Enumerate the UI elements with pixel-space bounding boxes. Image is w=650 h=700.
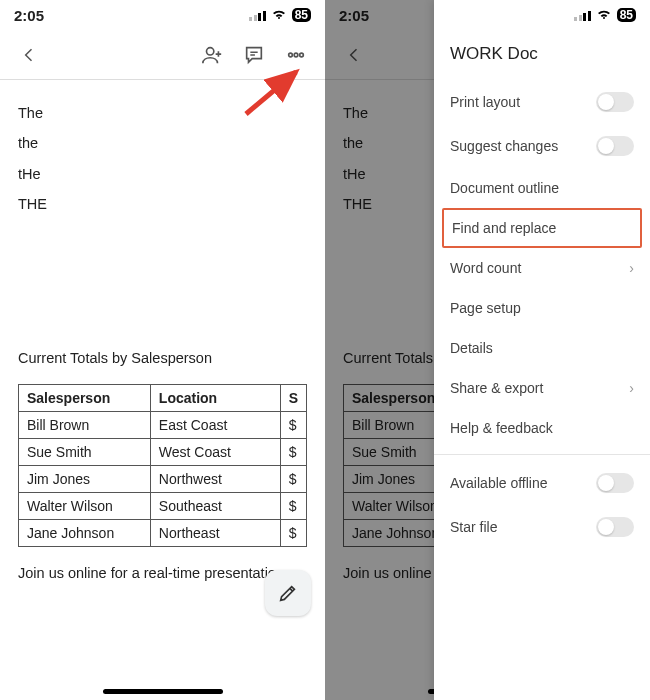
menu-item-suggest-changes[interactable]: Suggest changes [434, 124, 650, 168]
menu-item-label: Page setup [450, 300, 521, 316]
menu-item-help-feedback[interactable]: Help & feedback [434, 408, 650, 448]
text-line: The [18, 98, 307, 128]
footer-text: Join us online for a real-time presentat… [18, 565, 307, 581]
svg-point-1 [289, 53, 293, 57]
clock: 2:05 [14, 7, 44, 24]
battery-icon: 85 [617, 8, 636, 22]
menu-divider [434, 454, 650, 455]
svg-point-3 [300, 53, 304, 57]
chevron-right-icon: › [629, 260, 634, 276]
table-row: Sue SmithWest Coast$ [19, 438, 307, 465]
menu-item-share-export[interactable]: Share & export› [434, 368, 650, 408]
menu-item-label: Print layout [450, 94, 520, 110]
col-header: Location [150, 384, 280, 411]
col-header: S [280, 384, 306, 411]
col-header: Salesperson [19, 384, 151, 411]
comments-button[interactable] [235, 36, 273, 74]
section-title: Current Totals by Salesperson [18, 350, 307, 366]
menu-item-label: Star file [450, 519, 497, 535]
text-line: tHe [18, 159, 307, 189]
table-row: Walter WilsonSoutheast$ [19, 492, 307, 519]
overflow-menu: 85 WORK Doc Print layoutSuggest changesD… [434, 0, 650, 700]
app-screen: 2:05 85 The the tHe THE [0, 0, 325, 700]
menu-item-find-and-replace[interactable]: Find and replace [442, 208, 642, 248]
menu-item-label: Suggest changes [450, 138, 558, 154]
menu-item-details[interactable]: Details [434, 328, 650, 368]
more-button[interactable] [277, 36, 315, 74]
table-row: Bill BrownEast Coast$ [19, 411, 307, 438]
table-header-row: Salesperson Location S [19, 384, 307, 411]
text-line: THE [18, 189, 307, 219]
menu-items: Print layoutSuggest changesDocument outl… [434, 80, 650, 549]
status-bar: 2:05 85 [0, 0, 325, 30]
menu-item-label: Help & feedback [450, 420, 553, 436]
toggle-switch[interactable] [596, 473, 634, 493]
toggle-switch[interactable] [596, 92, 634, 112]
table-row: Jane JohnsonNortheast$ [19, 519, 307, 546]
menu-item-available-offline[interactable]: Available offline [434, 461, 650, 505]
toggle-switch[interactable] [596, 136, 634, 156]
pencil-icon [277, 582, 299, 604]
text-line: the [18, 128, 307, 158]
menu-item-label: Word count [450, 260, 521, 276]
menu-item-label: Find and replace [452, 220, 556, 236]
menu-item-star-file[interactable]: Star file [434, 505, 650, 549]
wifi-icon [271, 9, 287, 21]
back-button[interactable] [10, 36, 48, 74]
battery-icon: 85 [292, 8, 311, 22]
add-person-button[interactable] [193, 36, 231, 74]
menu-title: WORK Doc [434, 30, 650, 80]
signal-icon [574, 9, 591, 21]
screenshot-right: 2:05 The the tHe THE Current Totals by S… [325, 0, 650, 700]
toolbar [0, 30, 325, 80]
menu-item-label: Share & export [450, 380, 543, 396]
signal-icon [249, 9, 266, 21]
menu-item-label: Details [450, 340, 493, 356]
wifi-icon [596, 9, 612, 21]
chevron-right-icon: › [629, 380, 634, 396]
menu-item-print-layout[interactable]: Print layout [434, 80, 650, 124]
menu-item-document-outline[interactable]: Document outline [434, 168, 650, 208]
word-list: The the tHe THE [18, 98, 307, 220]
table-row: Jim JonesNorthwest$ [19, 465, 307, 492]
table-body: Bill BrownEast Coast$Sue SmithWest Coast… [19, 411, 307, 546]
menu-item-page-setup[interactable]: Page setup [434, 288, 650, 328]
home-indicator [103, 689, 223, 694]
svg-point-0 [207, 47, 214, 54]
edit-fab[interactable] [265, 570, 311, 616]
svg-point-2 [294, 53, 298, 57]
status-icons: 85 [249, 8, 311, 22]
status-bar: 85 [434, 0, 650, 30]
screenshot-left: 2:05 85 The the tHe THE [0, 0, 325, 700]
menu-item-label: Available offline [450, 475, 548, 491]
toggle-switch[interactable] [596, 517, 634, 537]
document-body: The the tHe THE Current Totals by Salesp… [0, 80, 325, 599]
sales-table: Salesperson Location S Bill BrownEast Co… [18, 384, 307, 547]
menu-item-word-count[interactable]: Word count› [434, 248, 650, 288]
status-icons: 85 [574, 8, 636, 22]
menu-item-label: Document outline [450, 180, 559, 196]
